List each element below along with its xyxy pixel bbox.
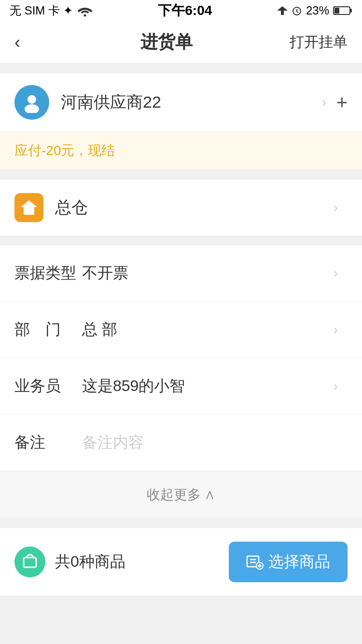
warehouse-icon xyxy=(14,193,43,222)
warehouse-card[interactable]: 总仓 › xyxy=(0,180,362,236)
svg-point-8 xyxy=(28,95,36,104)
salesperson-label: 业务员 xyxy=(14,376,82,397)
supplier-chevron-icon: › xyxy=(322,95,326,110)
battery-percent: 23% xyxy=(306,4,329,17)
info-banner: 应付-20元，现结 xyxy=(0,132,362,170)
open-pending-button[interactable]: 打开挂单 xyxy=(290,32,348,52)
sim-status: 无 SIM 卡 ✦ xyxy=(10,3,73,18)
svg-line-4 xyxy=(297,12,298,13)
home-icon xyxy=(20,198,38,217)
salesperson-row[interactable]: 业务员 这是859的小智 › xyxy=(0,358,362,414)
product-count: 共0种商品 xyxy=(55,551,229,573)
select-product-icon xyxy=(246,553,264,571)
warehouse-chevron-icon: › xyxy=(334,200,338,215)
remark-row[interactable]: 备注 备注内容 xyxy=(0,414,362,471)
status-left: 无 SIM 卡 ✦ xyxy=(10,3,93,18)
alarm-icon xyxy=(292,5,302,16)
warehouse-row[interactable]: 总仓 › xyxy=(0,180,362,236)
form-card: 票据类型 不开票 › 部 门 总 部 › 业务员 这是859的小智 › 备注 备… xyxy=(0,245,362,518)
product-icon xyxy=(14,546,45,577)
select-product-button[interactable]: 选择商品 xyxy=(229,542,348,582)
status-bar: 无 SIM 卡 ✦ 下午6:04 23% xyxy=(0,0,362,21)
salesperson-value: 这是859的小智 xyxy=(82,376,334,397)
section-gap-2 xyxy=(0,170,362,180)
status-time: 下午6:04 xyxy=(158,1,212,20)
section-gap-1 xyxy=(0,64,362,73)
back-button[interactable]: ‹ xyxy=(14,32,43,53)
invoice-type-value: 不开票 xyxy=(82,263,334,284)
wifi-icon xyxy=(77,5,93,16)
svg-marker-10 xyxy=(21,200,37,215)
collapse-row[interactable]: 收起更多 ∧ xyxy=(0,471,362,518)
salesperson-chevron-icon: › xyxy=(334,378,338,394)
remark-value[interactable]: 备注内容 xyxy=(82,432,348,453)
cart-icon xyxy=(21,553,39,571)
warehouse-label: 总仓 xyxy=(55,196,334,219)
svg-point-0 xyxy=(84,14,86,17)
svg-marker-1 xyxy=(277,6,288,15)
nav-bar: ‹ 进货单 打开挂单 xyxy=(0,21,362,64)
supplier-card: 河南供应商22 › + 应付-20元，现结 xyxy=(0,73,362,170)
page-title: 进货单 xyxy=(140,30,193,54)
battery-icon xyxy=(333,5,352,16)
collapse-label: 收起更多 ∧ xyxy=(147,486,216,504)
avatar xyxy=(14,85,49,120)
remark-label: 备注 xyxy=(14,432,82,453)
svg-point-9 xyxy=(25,104,39,113)
add-button[interactable]: + xyxy=(336,92,348,113)
status-right: 23% xyxy=(277,4,352,17)
svg-rect-6 xyxy=(350,9,352,13)
supplier-row[interactable]: 河南供应商22 › + xyxy=(0,73,362,132)
invoice-type-chevron-icon: › xyxy=(334,266,338,281)
invoice-type-label: 票据类型 xyxy=(14,263,82,284)
department-value: 总 部 xyxy=(82,319,334,340)
department-label: 部 门 xyxy=(14,319,82,340)
select-product-label: 选择商品 xyxy=(268,551,330,573)
svg-rect-11 xyxy=(24,558,36,567)
department-chevron-icon: › xyxy=(334,322,338,337)
invoice-type-row[interactable]: 票据类型 不开票 › xyxy=(0,245,362,301)
supplier-name: 河南供应商22 xyxy=(61,91,322,113)
department-row[interactable]: 部 门 总 部 › xyxy=(0,301,362,358)
section-gap-3 xyxy=(0,236,362,245)
product-bar: 共0种商品 选择商品 xyxy=(0,528,362,596)
svg-rect-7 xyxy=(334,8,339,14)
person-icon xyxy=(21,92,42,113)
location-icon xyxy=(277,5,288,16)
